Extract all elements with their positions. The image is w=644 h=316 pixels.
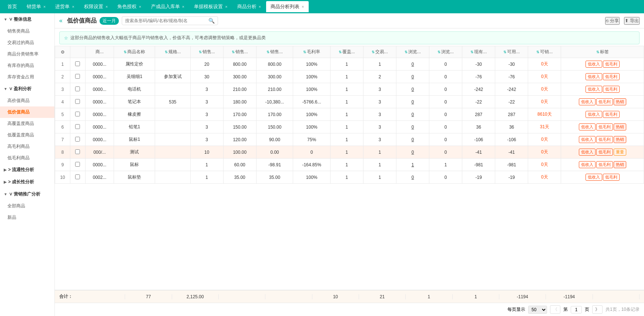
row-checkbox[interactable] (70, 121, 85, 133)
nav-item-商品分析列表[interactable]: 商品分析列表× (266, 1, 308, 12)
close-icon[interactable]: × (182, 4, 184, 9)
close-icon[interactable]: × (72, 4, 74, 9)
sidebar-group-盈利分析[interactable]: ▼ ∨ 盈利分析 (0, 83, 54, 95)
col-header-saleable[interactable]: ⇅可销... (528, 46, 561, 58)
row-checkbox[interactable] (70, 83, 85, 96)
sidebar-item-高价值商品[interactable]: 高价值商品 (0, 95, 54, 106)
close-icon[interactable]: × (259, 4, 261, 9)
nav-item-进货单[interactable]: 进货单× (51, 1, 78, 12)
row-select-checkbox[interactable] (75, 74, 80, 79)
view1-link[interactable]: 0 (412, 62, 414, 67)
nav-item-销货单[interactable]: 销货单× (22, 1, 50, 12)
close-icon[interactable]: × (43, 4, 46, 9)
row-view1[interactable]: 0 (396, 96, 429, 108)
row-checkbox[interactable] (70, 171, 85, 184)
close-icon[interactable]: × (225, 4, 227, 9)
row-view1[interactable]: 0 (396, 108, 429, 121)
row-select-checkbox[interactable] (75, 86, 80, 91)
view1-link[interactable]: 0 (412, 125, 414, 130)
row-view1[interactable]: 0 (396, 121, 429, 133)
row-checkbox[interactable] (70, 58, 85, 71)
sidebar-item-新品[interactable]: 新品 (0, 212, 54, 223)
row-select-checkbox[interactable] (75, 61, 80, 66)
sidebar-item-低价值商品[interactable]: 低价值商品 (0, 106, 54, 118)
search-icon[interactable]: 🔍 (208, 18, 215, 24)
col-header-sale2[interactable]: ⇅销售... (223, 46, 256, 58)
row-view1[interactable]: 0 (396, 58, 429, 71)
row-view1[interactable]: 0 (396, 71, 429, 83)
time-badge[interactable]: 近一月 (100, 17, 119, 25)
view1-link[interactable]: 0 (412, 112, 414, 117)
row-checkbox[interactable] (70, 71, 85, 83)
row-view1[interactable]: 0 (396, 83, 429, 96)
col-header-code[interactable]: 商... (85, 46, 114, 58)
sidebar-item-有库存的商品[interactable]: 有库存的商品 (0, 60, 54, 71)
sidebar-item-高覆盖度商品[interactable]: 高覆盖度商品 (0, 118, 54, 129)
sidebar-item-商品分类销售率[interactable]: 商品分类销售率 (0, 48, 54, 60)
row-view1[interactable]: 0 (396, 171, 429, 184)
col-header-name[interactable]: ⇅商品名称 (114, 46, 155, 58)
sidebar-group-营销推广分析[interactable]: ▼ ∨ 营销推广分析 (0, 188, 54, 200)
row-checkbox[interactable] (70, 96, 85, 108)
row-select-checkbox[interactable] (75, 124, 80, 129)
sidebar-item-销售类商品[interactable]: 销售类商品 (0, 26, 54, 37)
view1-link[interactable]: 0 (412, 175, 414, 180)
view1-link[interactable]: 0 (412, 137, 414, 142)
col-header-view2[interactable]: ⇅浏览... (429, 46, 462, 58)
sidebar-group-整体信息[interactable]: ▼ ∨ 整体信息 (0, 13, 54, 26)
row-select-checkbox[interactable] (75, 112, 80, 116)
export-button[interactable]: ⬆ 导出 (624, 17, 640, 25)
col-header-cover[interactable]: ⇅覆盖... (330, 46, 363, 58)
sidebar-item-交易过的商品[interactable]: 交易过的商品 (0, 37, 54, 48)
first-page-button[interactable]: 《 (550, 305, 560, 314)
row-checkbox[interactable] (70, 159, 85, 171)
sidebar-item-高毛利商品[interactable]: 高毛利商品 (0, 141, 54, 152)
nav-item-产成品入库单[interactable]: 产成品入库单× (147, 1, 189, 12)
col-header-sale1[interactable]: ⇅销售... (190, 46, 223, 58)
view1-link[interactable]: 0 (412, 87, 414, 92)
col-header-trade[interactable]: ⇅交易... (363, 46, 396, 58)
col-header-available[interactable]: ⇅可用... (495, 46, 528, 58)
row-view1[interactable]: 0 (396, 146, 429, 159)
sidebar-group-成长性分析[interactable]: ▶> 成长性分析 (0, 176, 54, 188)
row-view1[interactable]: 1 (396, 159, 429, 171)
sidebar-item-全部商品[interactable]: 全部商品 (0, 200, 54, 212)
close-icon[interactable]: × (302, 4, 304, 9)
col-header-view1[interactable]: ⇅浏览... (396, 46, 429, 58)
col-header-sale3[interactable]: ⇅销售... (256, 46, 293, 58)
nav-item-权限设置[interactable]: 权限设置× (80, 1, 112, 12)
nav-item-单据模板设置[interactable]: 单据模板设置× (189, 1, 232, 12)
row-select-checkbox[interactable] (75, 162, 80, 167)
row-select-checkbox[interactable] (75, 149, 80, 154)
sidebar-item-低覆盖度商品[interactable]: 低覆盖度商品 (0, 129, 54, 141)
close-icon[interactable]: × (105, 4, 108, 9)
row-select-checkbox[interactable] (75, 174, 80, 179)
nav-item-角色授权[interactable]: 角色授权× (113, 1, 145, 12)
sidebar-collapse-btn[interactable]: « (59, 17, 63, 24)
nav-item-商品分析[interactable]: 商品分析× (233, 1, 265, 12)
per-page-select[interactable]: 50 20 100 (528, 306, 547, 314)
row-view1[interactable]: 0 (396, 133, 429, 146)
sidebar-item-低毛利商品[interactable]: 低毛利商品 (0, 152, 54, 164)
sidebar-group-流通性分析[interactable]: ▶> 流通性分析 (0, 164, 54, 176)
col-header-current[interactable]: ⇅现有... (462, 46, 495, 58)
col-header-spec[interactable]: ⇅规格... (155, 46, 190, 58)
view1-link[interactable]: 0 (412, 150, 414, 155)
close-icon[interactable]: × (139, 4, 141, 9)
row-select-checkbox[interactable] (75, 99, 80, 104)
view1-link[interactable]: 0 (412, 99, 414, 105)
row-checkbox[interactable] (70, 133, 85, 146)
search-input[interactable] (125, 18, 207, 23)
row-checkbox[interactable] (70, 146, 85, 159)
page-input[interactable] (571, 306, 582, 313)
col-header-margin[interactable]: ⇅毛利率 (293, 46, 331, 58)
view1-link[interactable]: 0 (412, 74, 414, 79)
next-page-button[interactable]: 》 (592, 305, 603, 314)
sidebar-item-库存资金占用[interactable]: 库存资金占用 (0, 71, 54, 83)
row-checkbox[interactable] (70, 108, 85, 121)
view1-link[interactable]: 1 (412, 162, 414, 167)
row-select-checkbox[interactable] (75, 137, 80, 142)
nav-item-首页[interactable]: 首页 (3, 1, 21, 12)
share-button[interactable]: ⎋ 分享 (605, 17, 620, 25)
col-header-tags[interactable]: ⇅标签 (561, 46, 644, 58)
